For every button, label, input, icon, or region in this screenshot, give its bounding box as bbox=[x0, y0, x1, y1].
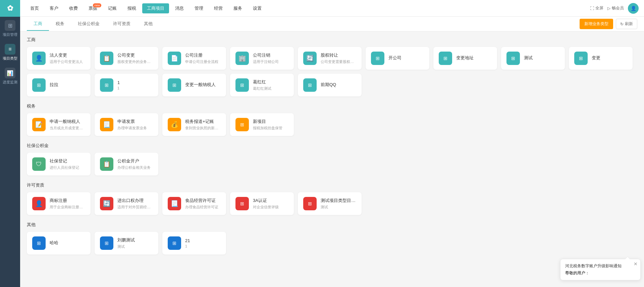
cards-tax: 📝 申请一般纳税人 当月或次月成变更完成 📃 申请发票 办理申请发票业务 bbox=[27, 113, 637, 136]
sidebar-item-progress[interactable]: 📊 进度监测 bbox=[0, 64, 20, 88]
card-liupeng[interactable]: ⊞ 刘鹏测试 测试 bbox=[95, 232, 158, 255]
card-haha[interactable]: ⊞ 哈哈 bbox=[27, 232, 91, 255]
sidebar: ✿ ⊞ 项目管理 ≡ 项目类型 📊 进度监测 bbox=[0, 0, 20, 287]
nav-accounting[interactable]: 记账 bbox=[103, 3, 121, 13]
notif-close-button[interactable]: ✕ bbox=[634, 261, 638, 267]
top-nav-right: ⛶ 全屏 ▷ 畅会员 👤 bbox=[590, 3, 639, 14]
notif-title: 河北税务数字账户升级影响通知 bbox=[565, 263, 636, 269]
card-change-tax[interactable]: ⊞ 变更一般纳税人 bbox=[162, 74, 226, 96]
card-open-company[interactable]: ⊞ 开公司 bbox=[366, 47, 429, 70]
card-desc: 拿到营业执照的新公司 bbox=[185, 126, 221, 131]
card-desc: 1 bbox=[185, 244, 221, 248]
nav-messages[interactable]: 消息 bbox=[170, 3, 189, 13]
card-desc: 办理食品经营许可证 bbox=[185, 205, 221, 210]
nav-customer[interactable]: 客户 bbox=[45, 3, 63, 13]
card-new-project[interactable]: ⊞ 新项目 报税加税控盘保管 bbox=[230, 113, 294, 136]
card-icon-lala: ⊞ bbox=[32, 78, 46, 92]
card-title: 公司变更 bbox=[117, 52, 153, 58]
fullscreen-btn[interactable]: ⛶ 全屏 bbox=[590, 5, 603, 11]
top-nav: 首页 客户 收费 票据 new 记账 报税 工商项目 消息 管理 经营 服务 设… bbox=[20, 0, 644, 17]
card-icon-equity: 🔄 bbox=[303, 52, 317, 65]
tab-social[interactable]: 社保公积金 bbox=[71, 17, 106, 31]
card-icon-num1: ⊞ bbox=[100, 78, 113, 92]
card-num1[interactable]: ⊞ 1 1 bbox=[95, 74, 158, 96]
nav-home[interactable]: 首页 bbox=[25, 3, 44, 13]
card-title: 申请发票 bbox=[117, 119, 153, 125]
card-title: 法人变更 bbox=[50, 52, 85, 58]
card-tax-report[interactable]: 💰 税务报道+记账 拿到营业执照的新公司 bbox=[162, 113, 226, 136]
nav-management[interactable]: 管理 bbox=[190, 3, 208, 13]
card-test1[interactable]: ⊞ 测试 bbox=[501, 47, 565, 70]
section-title-tax: 税务 bbox=[27, 103, 637, 109]
card-desc: 进行人员社保登记 bbox=[50, 165, 85, 170]
content-area: 工商 👤 法人变更 适用于公司变更法人 📋 公司变更 股权变更外的业务变更 bbox=[20, 31, 644, 287]
card-title: 1 bbox=[117, 80, 153, 85]
sidebar-item-label: 项目管理 bbox=[3, 32, 17, 37]
card-food-license[interactable]: 📃 食品经营许可证 办理食品经营许可证 bbox=[162, 192, 226, 215]
tickets-badge: new bbox=[93, 3, 101, 7]
card-title: 社保登记 bbox=[50, 158, 85, 164]
nav-services[interactable]: 服务 bbox=[229, 3, 247, 13]
sidebar-item-label: 进度监测 bbox=[3, 80, 17, 85]
section-title-industry: 工商 bbox=[27, 37, 637, 43]
card-title: 公司注销 bbox=[253, 52, 288, 58]
tab-license[interactable]: 许可资质 bbox=[106, 17, 137, 31]
nav-tickets[interactable]: 票据 new bbox=[84, 3, 102, 13]
refresh-button[interactable]: ↻ 刷新 bbox=[616, 19, 637, 29]
card-desc: 适用于公司变更法人 bbox=[50, 59, 85, 64]
card-apply-invoice[interactable]: 📃 申请发票 办理申请发票业务 bbox=[95, 113, 158, 136]
vip-btn[interactable]: ▷ 畅会员 bbox=[607, 5, 624, 11]
card-title: 变更 bbox=[592, 55, 627, 61]
card-lala[interactable]: ⊞ 拉拉 bbox=[27, 74, 91, 96]
card-trademark[interactable]: 👤 商标注册 用于企业商标注册服务 bbox=[27, 192, 91, 215]
card-icon-apply-invoice: 📃 bbox=[100, 118, 113, 131]
card-icon-tax-report: 💰 bbox=[168, 118, 181, 131]
card-change-address[interactable]: ⊞ 变更地址 bbox=[433, 47, 497, 70]
card-legal-change[interactable]: 👤 法人变更 适用于公司变更法人 bbox=[27, 47, 91, 70]
card-num21[interactable]: ⊞ 21 1 bbox=[162, 232, 226, 255]
card-change2[interactable]: ⊞ 变更 bbox=[569, 47, 633, 70]
notif-arrow bbox=[625, 257, 630, 259]
card-icon-gehonghong: ⊞ bbox=[235, 78, 249, 92]
add-type-button[interactable]: 新增业务类型 bbox=[580, 19, 613, 29]
card-pre-qq[interactable]: ⊞ 前期QQ bbox=[298, 74, 362, 96]
card-title: 拉拉 bbox=[50, 82, 85, 88]
card-test-type[interactable]: ⊞ 测试项目类型目定义 测试 bbox=[298, 192, 362, 215]
sidebar-item-project-mgmt[interactable]: ⊞ 项目管理 bbox=[0, 17, 20, 41]
card-icon-food: 📃 bbox=[168, 197, 181, 210]
card-gehonghong[interactable]: ⊞ 葛红红 葛红红测试 bbox=[230, 74, 294, 96]
card-desc: 适用于注销公司 bbox=[253, 59, 288, 64]
tab-industry[interactable]: 工商 bbox=[27, 17, 49, 31]
card-desc: 办理公积金相关业务 bbox=[117, 165, 153, 170]
sub-tab-actions: 新增业务类型 ↻ 刷新 bbox=[580, 19, 637, 29]
nav-billing[interactable]: 收费 bbox=[64, 3, 83, 13]
tab-other[interactable]: 其他 bbox=[137, 17, 159, 31]
nav-items: 首页 客户 收费 票据 new 记账 报税 工商项目 消息 管理 经营 服务 设… bbox=[25, 3, 590, 13]
sidebar-item-project-type[interactable]: ≡ 项目类型 bbox=[0, 41, 20, 64]
app-logo[interactable]: ✿ bbox=[0, 0, 20, 17]
card-icon-open: ⊞ bbox=[371, 52, 384, 65]
card-apply-tax[interactable]: 📝 申请一般纳税人 当月或次月成变更完成 bbox=[27, 113, 91, 136]
card-title: 刘鹏测试 bbox=[117, 237, 153, 243]
card-title: 税务报道+记账 bbox=[185, 119, 221, 125]
card-3a[interactable]: ⊞ 3A认证 对企业信誉评级 bbox=[230, 192, 294, 215]
cards-other: ⊞ 哈哈 ⊞ 刘鹏测试 测试 ⊞ bbox=[27, 232, 637, 255]
nav-tax[interactable]: 报税 bbox=[123, 3, 141, 13]
card-company-reg[interactable]: 📄 公司注册 申请公司注册全流程 bbox=[162, 47, 226, 70]
card-equity-transfer[interactable]: 🔄 股权转让 公司变更需要股权转让 bbox=[298, 47, 362, 70]
cards-industry: 👤 法人变更 适用于公司变更法人 📋 公司变更 股权变更外的业务变更 bbox=[27, 47, 637, 96]
card-social-reg[interactable]: 🛡 社保登记 进行人员社保登记 bbox=[27, 153, 91, 175]
card-import-export[interactable]: 🔄 进出口权办理 适用于对外贸易经营者 bbox=[95, 192, 158, 215]
card-icon-change2: ⊞ bbox=[574, 52, 588, 65]
card-company-cancel[interactable]: 🏢 公司注销 适用于注销公司 bbox=[230, 47, 294, 70]
tab-tax[interactable]: 税务 bbox=[49, 17, 71, 31]
avatar[interactable]: 👤 bbox=[628, 3, 639, 14]
card-fund-open[interactable]: 📋 公积金开户 办理公积金相关业务 bbox=[95, 153, 158, 175]
card-desc: 用于企业商标注册服务 bbox=[50, 205, 85, 210]
nav-industrial[interactable]: 工商项目 bbox=[142, 3, 169, 13]
card-desc: 适用于对外贸易经营者 bbox=[117, 205, 153, 210]
card-company-change[interactable]: 📋 公司变更 股权变更外的业务变更 bbox=[95, 47, 158, 70]
nav-operations[interactable]: 经营 bbox=[209, 3, 227, 13]
nav-settings[interactable]: 设置 bbox=[248, 3, 266, 13]
card-title: 股权转让 bbox=[321, 52, 356, 58]
